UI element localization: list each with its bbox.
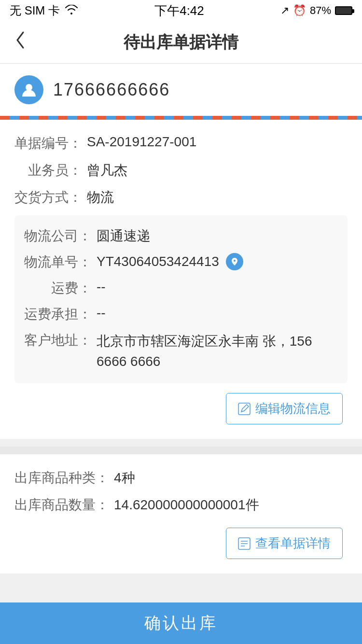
svg-rect-1: [238, 403, 250, 415]
tracking-number-value: YT43064053424413: [92, 253, 338, 270]
edit-logistics-label: 编辑物流信息: [255, 400, 331, 417]
user-section: 17666666666: [0, 64, 362, 116]
freight-value: --: [92, 279, 338, 294]
battery-label: 87%: [310, 4, 331, 17]
product-section: 出库商品种类： 4种 出库商品数量： 14.620000000000001件 查…: [0, 454, 362, 574]
product-types-label: 出库商品种类：: [14, 469, 109, 487]
dash-divider: [0, 116, 362, 120]
view-detail-button[interactable]: 查看单据详情: [226, 528, 343, 559]
wifi-icon: [65, 4, 78, 17]
address-label: 客户地址：: [24, 331, 92, 350]
alarm-icon: ⏰: [293, 4, 306, 17]
view-detail-label: 查看单据详情: [255, 535, 331, 552]
doc-number-label: 单据编号：: [14, 134, 82, 153]
tracking-number-row: 物流单号： YT43064053424413: [24, 253, 338, 271]
delivery-method-value: 物流: [82, 188, 348, 207]
section-separator-1: [0, 447, 362, 454]
address-row: 客户地址： 北京市市辖区海淀区永丰南 张，156 6666 6666: [24, 331, 338, 372]
edit-logistics-button[interactable]: 编辑物流信息: [226, 393, 343, 424]
status-right: ↗ ⏰ 87%: [280, 4, 352, 17]
product-quantity-row: 出库商品数量： 14.620000000000001件: [14, 496, 348, 514]
logistics-company-value: 圆通速递: [92, 227, 338, 245]
doc-number-row: 单据编号： SA-20191227-001: [14, 134, 348, 153]
status-time: 下午4:42: [154, 2, 204, 19]
logistics-company-row: 物流公司： 圆通速递: [24, 227, 338, 245]
confirm-outbound-button[interactable]: 确认出库: [0, 612, 362, 634]
main-content: 17666666666 单据编号： SA-20191227-001 业务员： 曾…: [0, 64, 362, 644]
address-value: 北京市市辖区海淀区永丰南 张，156 6666 6666: [92, 331, 338, 372]
product-types-value: 4种: [109, 469, 348, 487]
freight-row: 运费： --: [24, 279, 338, 297]
tracking-number-label: 物流单号：: [24, 253, 92, 271]
nav-bar: 待出库单据详情: [0, 21, 362, 64]
tracking-location-icon[interactable]: [226, 253, 243, 270]
logistics-card: 物流公司： 圆通速递 物流单号： YT43064053424413 运费： --: [14, 215, 348, 383]
edit-btn-container: 编辑物流信息: [14, 393, 348, 429]
sales-person-value: 曾凡杰: [82, 161, 348, 180]
product-quantity-value: 14.620000000000001件: [109, 496, 348, 514]
freight-bear-row: 运费承担： --: [24, 305, 338, 323]
freight-bear-label: 运费承担：: [24, 305, 92, 323]
avatar: [14, 75, 43, 104]
view-detail-btn-container: 查看单据详情: [14, 523, 348, 564]
svg-point-0: [26, 84, 32, 91]
delivery-method-label: 交货方式：: [14, 188, 82, 207]
page-title: 待出库单据详情: [124, 31, 238, 54]
product-types-row: 出库商品种类： 4种: [14, 469, 348, 487]
user-phone: 17666666666: [53, 80, 170, 100]
sales-person-row: 业务员： 曾凡杰: [14, 161, 348, 180]
doc-number-value: SA-20191227-001: [82, 134, 348, 150]
status-bar: 无 SIM 卡 下午4:42 ↗ ⏰ 87%: [0, 0, 362, 21]
logistics-company-label: 物流公司：: [24, 227, 92, 245]
location-status-icon: ↗: [280, 4, 289, 17]
confirm-btn-container: 确认出库: [0, 602, 362, 644]
delivery-method-row: 交货方式： 物流: [14, 188, 348, 207]
freight-bear-value: --: [92, 305, 338, 321]
sales-person-label: 业务员：: [14, 161, 82, 180]
battery-icon: [335, 6, 352, 15]
product-quantity-label: 出库商品数量：: [14, 496, 109, 514]
document-info-section: 单据编号： SA-20191227-001 业务员： 曾凡杰 交货方式： 物流 …: [0, 120, 362, 439]
back-button[interactable]: [14, 30, 26, 54]
carrier-label: 无 SIM 卡: [10, 3, 60, 18]
freight-label: 运费：: [24, 279, 92, 297]
status-left: 无 SIM 卡: [10, 3, 78, 18]
